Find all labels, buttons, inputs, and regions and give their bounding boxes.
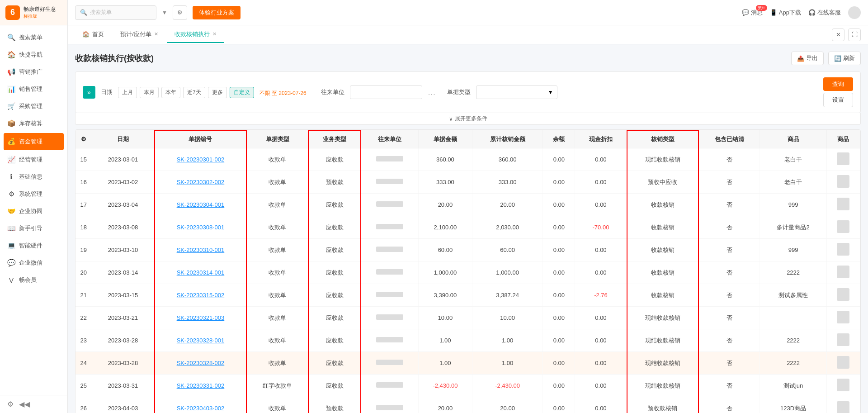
- table-row[interactable]: 19 2023-03-10 SK-20230310-001 收款单 应收款 60…: [75, 239, 860, 261]
- page-title: 收款核销执行(按收款): [75, 53, 154, 64]
- cell-partner: [361, 375, 419, 397]
- date-this-year-btn[interactable]: 本年: [161, 87, 180, 98]
- bill-no-link[interactable]: SK-20230301-002: [177, 156, 225, 163]
- th-partner: 往来单位: [361, 130, 419, 148]
- bill-no-link[interactable]: SK-20230315-002: [177, 292, 225, 299]
- sidebar-item-采购管理[interactable]: 🛒采购管理: [0, 98, 67, 115]
- cell-goods-img: [826, 329, 860, 352]
- table-row[interactable]: 15 2023-03-01 SK-20230301-002 收款单 应收款 36…: [75, 148, 860, 171]
- sidebar-item-经营管理[interactable]: 📈经营管理: [0, 151, 67, 168]
- topbar-gear-btn[interactable]: ⚙: [173, 5, 187, 20]
- solution-button[interactable]: 体验行业方案: [193, 6, 241, 19]
- cell-date: 2023-03-10: [92, 239, 155, 261]
- tab-prepay-close[interactable]: ✕: [154, 31, 158, 37]
- query-button[interactable]: 查询: [823, 77, 853, 91]
- topbar-app-download-btn[interactable]: 📱 App下载: [770, 9, 801, 17]
- th-biz-type: 业务类型: [308, 130, 360, 148]
- sidebar-item-智能硬件[interactable]: 💻智能硬件: [0, 237, 67, 254]
- cell-biz-type: 应收款: [308, 307, 360, 329]
- column-settings-icon[interactable]: ⚙: [81, 136, 86, 142]
- bill-no-link[interactable]: SK-20230310-001: [177, 247, 225, 253]
- bill-no-link[interactable]: SK-20230314-001: [177, 269, 225, 276]
- table-row[interactable]: 17 2023-03-04 SK-20230304-001 收款单 应收款 20…: [75, 194, 860, 216]
- partner-input[interactable]: [350, 85, 422, 99]
- tab-collections[interactable]: 收款核销执行 ✕: [167, 27, 224, 43]
- sidebar-item-基础信息[interactable]: ℹ基础信息: [0, 168, 67, 185]
- table-row[interactable]: 25 2023-03-31 SK-20230331-002 红字收款单 应收款 …: [75, 375, 860, 397]
- sidebar-item-资金管理[interactable]: 💰资金管理: [4, 133, 64, 150]
- sidebar-item-系统管理[interactable]: ⚙系统管理: [0, 185, 67, 203]
- date-this-month-btn[interactable]: 本月: [140, 87, 159, 98]
- table-row[interactable]: 26 2023-04-03 SK-20230403-002 收款单 预收款 20…: [75, 397, 860, 413]
- sidebar-item-营销推广[interactable]: 📢营销推广: [0, 63, 67, 81]
- topbar-service-btn[interactable]: 🎧 在线客服: [808, 9, 841, 17]
- bill-no-link[interactable]: SK-20230302-002: [177, 179, 225, 185]
- goods-thumbnail: [837, 198, 849, 210]
- cell-balance: 0.00: [543, 307, 575, 329]
- topbar-user-avatar[interactable]: [848, 6, 861, 19]
- bill-no-link[interactable]: SK-20230321-003: [177, 314, 225, 321]
- dropdown-arrow-icon[interactable]: ▼: [162, 9, 167, 16]
- tab-prepay[interactable]: 预计/应付单 ✕: [113, 27, 165, 43]
- export-button[interactable]: 📤 导出: [791, 52, 824, 65]
- refresh-button[interactable]: 🔄 刷新: [828, 52, 861, 65]
- goods-thumbnail: [837, 401, 849, 413]
- sidebar-item-搜索菜单[interactable]: 🔍搜索菜单: [0, 29, 67, 46]
- cell-verified: 3,387.24: [472, 284, 543, 307]
- date-custom-btn[interactable]: 自定义: [230, 87, 254, 98]
- table-row[interactable]: 18 2023-03-08 SK-20230308-001 收款单 应收款 2,…: [75, 216, 860, 239]
- cell-no: 17: [75, 194, 92, 216]
- cell-no: 21: [75, 284, 92, 307]
- table-row[interactable]: 16 2023-03-02 SK-20230302-002 收款单 预收款 33…: [75, 171, 860, 194]
- bill-no-link[interactable]: SK-20230328-002: [177, 360, 225, 366]
- cell-goods-img: [826, 375, 860, 397]
- filter-expand-btn[interactable]: »: [83, 86, 95, 99]
- sidebar-item-新手引导[interactable]: 📖新手引导: [0, 220, 67, 237]
- sidebar-item-企业协同[interactable]: 🤝企业协同: [0, 203, 67, 220]
- tab-home[interactable]: 🏠 首页: [75, 27, 111, 43]
- cell-goods: 2222: [760, 352, 826, 375]
- bill-no-link[interactable]: SK-20230403-002: [177, 405, 225, 412]
- cell-verified: -2,430.00: [472, 375, 543, 397]
- sidebar: 6 畅康道好生意 标推版 🔍搜索菜单🏠快捷导航📢营销推广📊销售管理🛒采购管理📦库…: [0, 0, 68, 413]
- bill-no-link[interactable]: SK-20230304-001: [177, 201, 225, 208]
- sidebar-item-快捷导航[interactable]: 🏠快捷导航: [0, 46, 67, 63]
- sidebar-item-销售管理[interactable]: 📊销售管理: [0, 81, 67, 98]
- table-row[interactable]: 20 2023-03-14 SK-20230314-001 收款单 应收款 1,…: [75, 261, 860, 284]
- date-last-7days-btn[interactable]: 近7天: [183, 87, 205, 98]
- cell-discount: 0.00: [575, 239, 627, 261]
- date-more-btn[interactable]: 更多: [208, 87, 227, 98]
- date-last-month-btn[interactable]: 上月: [118, 87, 137, 98]
- settings-bottom-icon[interactable]: ⚙: [7, 400, 14, 408]
- table-row[interactable]: 21 2023-03-15 SK-20230315-002 收款单 应收款 3,…: [75, 284, 860, 307]
- table-row[interactable]: 22 2023-03-21 SK-20230321-003 收款单 应收款 10…: [75, 307, 860, 329]
- th-gear[interactable]: ⚙: [75, 130, 92, 148]
- table-row[interactable]: 24 2023-03-28 SK-20230328-002 收款单 应收款 1.…: [75, 352, 860, 375]
- th-include: 包含已结清: [698, 130, 760, 148]
- cell-include: 否: [698, 352, 760, 375]
- sidebar-label: 销售管理: [19, 85, 42, 93]
- tabs-bar: 🏠 首页 预计/应付单 ✕ 收款核销执行 ✕ ✕ ⛶: [68, 25, 868, 44]
- bill-type-select[interactable]: ▼: [476, 85, 557, 99]
- table-row[interactable]: 23 2023-03-28 SK-20230328-001 收款单 应收款 1.…: [75, 329, 860, 352]
- expand-more-btn[interactable]: ∨ 展开更多条件: [75, 113, 861, 125]
- tab-maximize-btn[interactable]: ⛶: [848, 28, 861, 41]
- setting-button[interactable]: 设置: [823, 93, 853, 107]
- bill-no-link[interactable]: SK-20230328-001: [177, 337, 225, 344]
- cell-goods-img: [826, 307, 860, 329]
- cell-discount: 0.00: [575, 352, 627, 375]
- cell-goods: 多计量商品2: [760, 216, 826, 239]
- sidebar-item-企业微信[interactable]: 💬企业微信: [0, 254, 67, 271]
- tab-close-btn[interactable]: ✕: [832, 28, 844, 41]
- cell-write-type: 收款核销: [627, 194, 698, 216]
- collapse-icon[interactable]: ◀◀: [19, 400, 30, 408]
- sidebar-item-库存核算[interactable]: 📦库存核算: [0, 115, 67, 132]
- sidebar-item-畅会员[interactable]: V畅会员: [0, 271, 67, 289]
- cell-balance: 0.00: [543, 329, 575, 352]
- app-logo-icon: 6: [5, 5, 20, 20]
- cell-discount: 0.00: [575, 307, 627, 329]
- bill-no-link[interactable]: SK-20230308-001: [177, 224, 225, 231]
- topbar-messages-btn[interactable]: 💬 消息 99+: [742, 9, 763, 17]
- bill-no-link[interactable]: SK-20230331-002: [177, 382, 225, 389]
- tab-collections-close[interactable]: ✕: [212, 31, 217, 37]
